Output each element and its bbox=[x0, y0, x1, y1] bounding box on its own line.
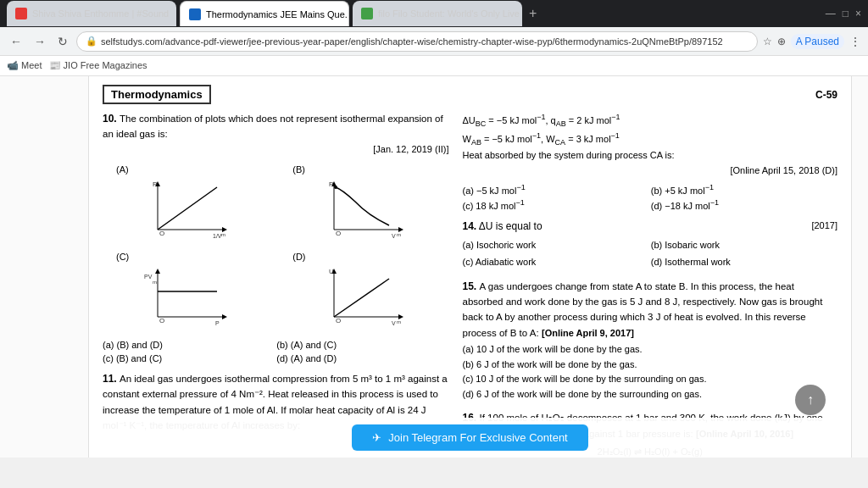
close-button[interactable]: × bbox=[855, 8, 861, 19]
q15-opt-b: (b) 6 J of the work will be done by the … bbox=[462, 358, 837, 373]
meet-link[interactable]: 📹 Meet bbox=[7, 60, 42, 71]
q13-opt-c: (c) 18 kJ mol−1 bbox=[462, 197, 648, 212]
maximize-button[interactable]: □ bbox=[843, 8, 849, 19]
graph-d-svg: O U V m bbox=[317, 262, 410, 330]
right-column: ΔUBC = −5 kJ mol−1, qAB = 2 kJ mol−1 WAB… bbox=[462, 111, 837, 458]
paused-badge: A Paused bbox=[791, 34, 844, 49]
q14-opt-b: (b) Isobaric work bbox=[651, 237, 837, 253]
url-field[interactable]: 🔒 selfstudys.com/advance-pdf-viewer/jee-… bbox=[76, 31, 758, 52]
q14-opt-a: (a) Isochoric work bbox=[462, 237, 648, 253]
minimize-button[interactable]: — bbox=[826, 8, 836, 19]
left-sidebar bbox=[0, 76, 89, 458]
svg-text:P: P bbox=[215, 320, 220, 326]
svg-text:m: m bbox=[397, 232, 401, 237]
telegram-label: Join Telegram For Exclusive Content bbox=[388, 431, 567, 444]
left-column: 10. The combination of plots which does … bbox=[103, 111, 448, 458]
svg-marker-20 bbox=[155, 269, 160, 274]
q13-eq2: WAB = −5 kJ mol−1, WCA = 3 kJ mol−1 bbox=[462, 130, 837, 148]
telegram-button[interactable]: ✈ Join Telegram For Exclusive Content bbox=[352, 424, 587, 451]
jio-link[interactable]: 📰 JIO Free Magazines bbox=[49, 60, 147, 71]
q15-number: 15. bbox=[462, 280, 476, 292]
page-content: Thermodynamics C-59 10. The combination … bbox=[89, 76, 851, 458]
q15-options: (a) 10 J of the work will be done by the… bbox=[462, 342, 837, 402]
new-tab-button[interactable]: + bbox=[529, 6, 537, 21]
address-bar: ← → ↻ 🔒 selfstudys.com/advance-pdf-viewe… bbox=[0, 27, 868, 56]
graph-a-svg: O P 1/V m bbox=[141, 175, 234, 242]
svg-text:O: O bbox=[159, 230, 164, 237]
q13-options: (a) −5 kJ mol−1 (b) +5 kJ mol−1 (c) 18 k… bbox=[462, 182, 837, 212]
svg-text:P: P bbox=[329, 180, 333, 188]
bookmarks-toolbar: 📹 Meet 📰 JIO Free Magazines bbox=[0, 56, 868, 76]
tab-favicon-thermo bbox=[189, 8, 201, 20]
q10-opt-d: (d) (A) and (D) bbox=[276, 352, 448, 364]
svg-text:V: V bbox=[392, 320, 396, 326]
graph-b: (B) O P V m bbox=[279, 164, 448, 245]
right-sidebar bbox=[851, 76, 868, 458]
question-14: 14. ΔU is equal to [2017] (a) Isochoric … bbox=[462, 219, 837, 270]
q10-year: [Jan. 12, 2019 (II)] bbox=[103, 142, 448, 157]
q15-text: A gas undergoes change from state A to s… bbox=[462, 281, 822, 338]
graph-a-label: (A) bbox=[116, 164, 272, 175]
svg-text:O: O bbox=[336, 230, 341, 237]
q14-text: 14. ΔU is equal to bbox=[462, 219, 542, 234]
tab-thermodynamics[interactable]: Thermodynamics JEE Mains Que... × bbox=[180, 1, 349, 26]
url-text: selfstudys.com/advance-pdf-viewer/jee-pr… bbox=[101, 36, 723, 47]
tab-label-shiva: Shiva Shiva Enthomme | #Sound bbox=[32, 8, 169, 19]
q13-opt-a: (a) −5 kJ mol−1 bbox=[462, 182, 648, 197]
svg-text:V: V bbox=[392, 233, 396, 239]
q15-opt-d: (d) 6 J of the work will be done by the … bbox=[462, 387, 837, 402]
svg-text:P: P bbox=[153, 180, 157, 188]
q13-year: [Online April 15, 2018 (D)] bbox=[462, 164, 837, 179]
telegram-icon: ✈ bbox=[372, 431, 381, 444]
svg-text:O: O bbox=[336, 317, 341, 324]
menu-icon[interactable]: ⋮ bbox=[849, 35, 861, 48]
refresh-button[interactable]: ↻ bbox=[54, 33, 71, 50]
svg-line-4 bbox=[158, 187, 217, 230]
q10-opt-a: (a) (B) and (D) bbox=[103, 339, 275, 351]
tab-filo[interactable]: filo Filo Student: World's Only Live li.… bbox=[353, 1, 522, 26]
content-columns: 10. The combination of plots which does … bbox=[103, 111, 837, 458]
svg-text:PV: PV bbox=[144, 274, 153, 280]
q14-year: [2017] bbox=[811, 219, 837, 234]
svg-point-13 bbox=[334, 186, 337, 189]
scroll-to-top-button[interactable]: ↑ bbox=[795, 385, 826, 415]
tab-shiva[interactable]: Shiva Shiva Enthomme | #Sound × bbox=[7, 1, 176, 26]
q13-text: Heat absorbed by the system during proce… bbox=[462, 148, 837, 164]
tab-label-filo: filo Filo Student: World's Only Live li.… bbox=[378, 8, 522, 19]
q13-eq1: ΔUBC = −5 kJ mol−1, qAB = 2 kJ mol−1 bbox=[462, 111, 837, 130]
q10-opt-c: (c) (B) and (C) bbox=[103, 352, 275, 364]
telegram-bar: ✈ Join Telegram For Exclusive Content bbox=[89, 418, 851, 458]
page-number: C-59 bbox=[815, 89, 837, 101]
extension-icon[interactable]: ⊕ bbox=[777, 36, 786, 47]
q13-opt-b: (b) +5 kJ mol−1 bbox=[651, 182, 837, 197]
svg-marker-21 bbox=[222, 314, 227, 319]
graph-c-label: (C) bbox=[116, 252, 272, 262]
tab-favicon-shiva bbox=[15, 8, 27, 19]
back-button[interactable]: ← bbox=[7, 33, 25, 50]
lock-icon: 🔒 bbox=[86, 36, 97, 47]
graph-a: (A) O P 1/ bbox=[103, 164, 272, 245]
q15-opt-a: (a) 10 J of the work will be done by the… bbox=[462, 342, 837, 358]
forward-button[interactable]: → bbox=[31, 33, 49, 50]
chapter-title: Thermodynamics bbox=[103, 85, 211, 104]
q15-opt-c: (c) 10 J of the work will be done by the… bbox=[462, 372, 837, 387]
q14-options: (a) Isochoric work (b) Isobaric work (c)… bbox=[462, 237, 837, 270]
svg-text:O: O bbox=[159, 317, 164, 324]
svg-line-31 bbox=[334, 279, 389, 317]
title-bar: Shiva Shiva Enthomme | #Sound × Thermody… bbox=[0, 0, 868, 27]
q10-opt-b: (b) (A) and (C) bbox=[276, 339, 448, 351]
svg-text:m: m bbox=[221, 232, 225, 237]
graph-b-label: (B) bbox=[292, 164, 448, 175]
q13-math: ΔUBC = −5 kJ mol−1, qAB = 2 kJ mol−1 WAB… bbox=[462, 111, 837, 179]
q10-number: 10. bbox=[103, 113, 117, 125]
q13-opt-d: (d) −18 kJ mol−1 bbox=[651, 197, 837, 212]
q11-number: 11. bbox=[103, 373, 117, 385]
graph-d-label: (D) bbox=[292, 252, 448, 262]
question-10: 10. The combination of plots which does … bbox=[103, 111, 448, 156]
svg-text:m: m bbox=[153, 280, 157, 285]
bookmark-icon[interactable]: ☆ bbox=[763, 36, 772, 47]
q15-year: [Online April 9, 2017] bbox=[542, 328, 634, 338]
tab-favicon-filo bbox=[361, 8, 373, 19]
q10-text: The combination of plots which does not … bbox=[103, 114, 443, 139]
graph-c: (C) O PV m P bbox=[103, 252, 272, 332]
